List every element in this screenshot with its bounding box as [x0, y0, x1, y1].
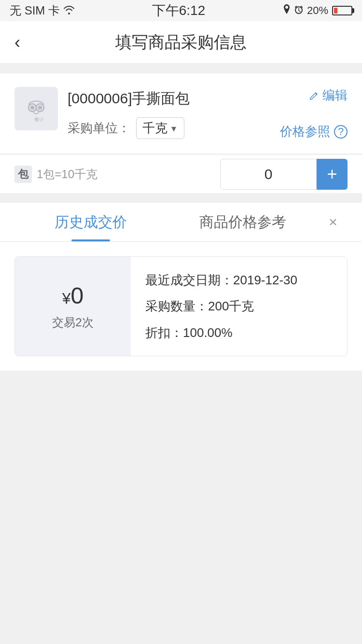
price-number: 0	[71, 283, 84, 308]
svg-point-4	[38, 106, 42, 110]
status-left: 无 SIM 卡	[10, 3, 74, 18]
alarm-icon	[294, 4, 303, 17]
unit-label: 采购单位：	[68, 120, 130, 137]
unit-dropdown-arrow: ▾	[171, 123, 176, 134]
tab-history-price[interactable]: 历史成交价	[14, 203, 167, 241]
quantity-input[interactable]	[220, 159, 317, 190]
tab-history-price-label: 历史成交价	[55, 212, 127, 232]
tab-content-history: ¥0 交易2次 最近成交日期：2019-12-30 采购数量：200千克 折扣：…	[0, 242, 362, 371]
battery-icon	[332, 6, 352, 15]
history-trade-count: 交易2次	[52, 315, 93, 330]
price-currency-symbol: ¥	[62, 290, 71, 307]
status-right: 20%	[283, 4, 352, 17]
nav-bar: ‹ 填写商品采购信息	[0, 21, 362, 64]
product-info: [0000006]手撕面包 采购单位： 千克 ▾	[68, 87, 190, 139]
product-card: 餐计 [0000006]手撕面包 采购单位： 千克 ▾	[0, 73, 362, 154]
unit-icon-label: 包	[18, 167, 28, 182]
unit-conversion-text: 1包=10千克	[37, 167, 97, 182]
tab-product-price-ref[interactable]: 商品价格参考	[167, 203, 319, 241]
back-button[interactable]: ‹	[14, 32, 43, 53]
recent-date-row: 最近成交日期：2019-12-30	[145, 271, 333, 289]
tab-header: 历史成交价 商品价格参考 ×	[0, 203, 362, 242]
recent-date-value: 2019-12-30	[233, 273, 297, 287]
unit-select[interactable]: 千克 ▾	[136, 117, 184, 139]
product-name: [0000006]手撕面包	[68, 89, 190, 109]
unit-icon-badge: 包	[14, 166, 32, 183]
history-card: ¥0 交易2次 最近成交日期：2019-12-30 采购数量：200千克 折扣：…	[14, 256, 348, 356]
tab-close-button[interactable]: ×	[319, 208, 348, 237]
unit-value: 千克	[142, 120, 167, 137]
purchase-qty-row: 采购数量：200千克	[145, 297, 333, 315]
quantity-plus-button[interactable]: +	[317, 159, 348, 190]
close-icon: ×	[329, 214, 337, 230]
price-ref-help-icon: ?	[334, 125, 348, 139]
page-title: 填写商品采购信息	[115, 31, 247, 54]
location-icon	[283, 4, 291, 17]
product-thumbnail: 餐计	[14, 87, 58, 130]
history-price-value: ¥0	[62, 282, 84, 309]
quantity-row: 包 1包=10千克 +	[0, 154, 362, 193]
purchase-qty-label: 采购数量：	[145, 299, 208, 313]
quantity-unit-info: 包 1包=10千克	[14, 166, 97, 183]
recent-date-label: 最近成交日期：	[145, 273, 233, 287]
price-ref-label: 价格参照	[280, 123, 330, 140]
history-price-summary: ¥0 交易2次	[15, 257, 131, 356]
discount-row: 折扣：100.00%	[145, 324, 333, 341]
product-left: 餐计 [0000006]手撕面包 采购单位： 千克 ▾	[14, 87, 190, 139]
discount-value: 100.00%	[183, 325, 233, 340]
edit-label: 编辑	[322, 87, 348, 104]
edit-button[interactable]: 编辑	[309, 87, 348, 104]
status-time: 下午6:12	[152, 1, 206, 20]
tab-product-price-ref-label: 商品价格参考	[199, 212, 286, 232]
battery-text: 20%	[307, 4, 328, 17]
svg-text:餐计: 餐计	[34, 117, 44, 122]
price-ref-button[interactable]: 价格参照 ?	[280, 123, 348, 140]
quantity-control: +	[220, 159, 348, 190]
tab-section: 历史成交价 商品价格参考 × ¥0 交易2次 最近成交日期：20	[0, 203, 362, 371]
plus-icon: +	[327, 164, 337, 184]
discount-label: 折扣：	[145, 325, 183, 340]
product-unit-row: 采购单位： 千克 ▾	[68, 117, 190, 139]
wifi-icon	[64, 4, 74, 17]
history-details: 最近成交日期：2019-12-30 采购数量：200千克 折扣：100.00%	[131, 257, 347, 356]
svg-point-3	[30, 106, 34, 110]
status-bar: 无 SIM 卡 下午6:12	[0, 0, 362, 21]
product-header: 餐计 [0000006]手撕面包 采购单位： 千克 ▾	[14, 87, 348, 140]
purchase-qty-value: 200千克	[208, 299, 254, 313]
carrier-text: 无 SIM 卡	[10, 3, 60, 18]
